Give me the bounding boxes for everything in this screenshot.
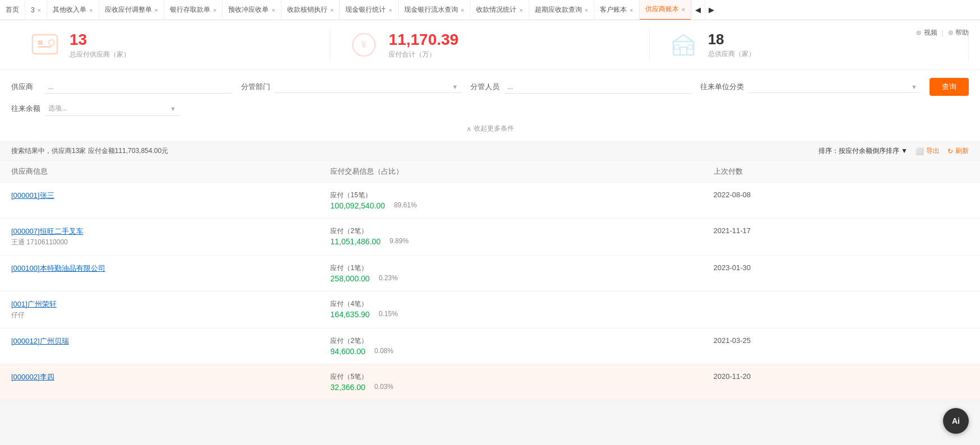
supplier-info: [000001]张三 — [11, 191, 330, 201]
filter-dept: 分管部门 ▼ — [241, 81, 462, 93]
supplier-input[interactable] — [45, 81, 232, 94]
total-suppliers-label: 总供应商（家） — [708, 49, 755, 59]
filter-category: 往来单位分类 ▼ — [700, 81, 921, 93]
tx-label: 应付（2笔） — [330, 336, 713, 346]
close-icon[interactable]: × — [519, 7, 523, 13]
payable-suppliers-label: 总应付供应商（家） — [70, 50, 130, 59]
close-icon[interactable]: × — [213, 7, 216, 13]
nav-tab-other-income[interactable]: 其他收入单 × — [47, 0, 99, 20]
supplier-link[interactable]: [000001] — [11, 191, 40, 200]
nav-tab-cash-bank-query[interactable]: 现金银行流水查询 × — [399, 0, 470, 20]
nav-tab-receivable-adjust[interactable]: 应收应付调整单 × — [99, 0, 164, 20]
summary-card-payable-suppliers: 13 总应付供应商（家） — [11, 28, 330, 62]
store-icon — [667, 28, 700, 62]
divider: | — [942, 29, 944, 37]
supplier-sub: 仔仔 — [11, 310, 330, 320]
close-icon[interactable]: × — [630, 7, 633, 13]
filter-person: 分管人员 — [470, 81, 691, 94]
top-navigation: 首页 3 × 其他收入单 × 应收应付调整单 × 银行存取款单 × 预收冲应收单… — [0, 0, 980, 20]
category-select[interactable]: ▼ — [748, 81, 921, 93]
col-header-lastpay: 上次付数 — [714, 166, 969, 177]
filter-row-1: 供应商 分管部门 ▼ 分管人员 往来单位分类 ▼ 查询 — [11, 78, 969, 96]
close-icon[interactable]: × — [155, 7, 158, 13]
result-actions: 排序：按应付余额倒序排序 ▼ ⬜ 导出 ↻ 刷新 — [819, 146, 969, 156]
supplier-link[interactable]: [000012]广州贝瑞 — [11, 337, 69, 345]
last-pay: 2023-01-30 — [714, 263, 969, 272]
tx-info: 164,635.90 0.15% — [330, 309, 713, 319]
close-icon[interactable]: × — [38, 7, 41, 13]
tx-amount: 11,051,486.00 — [330, 237, 381, 246]
tx-percent: 0.15% — [378, 310, 397, 319]
total-suppliers-number: 18 — [708, 31, 755, 48]
close-icon[interactable]: × — [89, 7, 93, 13]
tx-amount: 164,635.90 — [330, 310, 369, 319]
close-icon[interactable]: × — [682, 6, 685, 13]
svg-rect-8 — [674, 45, 679, 49]
chevron-down-icon: ▼ — [901, 147, 908, 155]
close-icon[interactable]: × — [271, 7, 275, 13]
transaction-info: 应付（1笔） 258,000.00 0.23% — [330, 263, 713, 283]
table-row: [000001]张三 应付（15笔） 100,092,540.00 89.61%… — [0, 183, 980, 219]
last-pay: 2020-11-20 — [714, 372, 969, 381]
transaction-info: 应付（15笔） 100,092,540.00 89.61% — [330, 191, 713, 210]
nav-tab-advance-receivable[interactable]: 预收冲应收单 × — [223, 0, 281, 20]
supplier-name: [000100]本特勤油品有限公司 — [11, 263, 330, 274]
chevron-down-icon: ▼ — [170, 105, 176, 112]
tx-label: 应付（4笔） — [330, 299, 713, 309]
supplier-link[interactable]: [000100]本特勤油品有限公司 — [11, 264, 105, 272]
summary-bar: 13 总应付供应商（家） ¥ 11,170.39 应付合计（万） — [0, 20, 980, 70]
supplier-link[interactable]: [001]广州荣轩 — [11, 300, 57, 308]
svg-point-3 — [49, 40, 54, 45]
close-icon[interactable]: × — [330, 7, 334, 13]
person-input[interactable] — [504, 81, 691, 94]
close-icon[interactable]: × — [461, 7, 464, 13]
nav-tab-customer-ledger[interactable]: 客户账本 × — [594, 0, 639, 20]
main-table: 供应商信息 应付交易信息（占比） 上次付数 [000001]张三 应付（15笔）… — [0, 161, 980, 400]
supplier-link[interactable]: [000007]恒旺二手叉车 — [11, 227, 84, 235]
sort-label[interactable]: 排序：按应付余额倒序排序 ▼ — [819, 146, 908, 156]
tx-amount: 258,000.00 — [330, 274, 369, 283]
balance-select[interactable]: 选项... ▼ — [45, 101, 179, 116]
refresh-button[interactable]: ↻ 刷新 — [947, 146, 969, 156]
tx-amount: 32,366.00 — [330, 383, 365, 392]
close-icon[interactable]: × — [585, 7, 588, 13]
last-pay-date: 2023-01-30 — [714, 263, 751, 272]
top-right-links: ⊙ 视频 | ⊙ 帮助 — [916, 28, 969, 38]
help-link[interactable]: ⊙ 帮助 — [948, 28, 969, 38]
svg-rect-2 — [38, 46, 52, 48]
supplier-info: [000100]本特勤油品有限公司 — [11, 263, 330, 274]
export-button[interactable]: ⬜ 导出 — [916, 146, 940, 156]
total-amount-number: 11,170.39 — [389, 30, 459, 49]
summary-text-payable: 13 总应付供应商（家） — [70, 30, 130, 60]
video-link[interactable]: ⊙ 视频 — [916, 28, 937, 38]
nav-tab-cash-bank-stat[interactable]: 现金银行统计 × — [340, 0, 398, 20]
last-pay: 2022-08-08 — [714, 191, 969, 199]
nav-tab-bank-deposit[interactable]: 银行存取款单 × — [164, 0, 223, 20]
nav-left-arrow[interactable]: ◀ — [691, 0, 705, 20]
dept-select[interactable]: ▼ — [275, 81, 462, 93]
query-button[interactable]: 查询 — [930, 78, 969, 96]
supplier-link[interactable]: [000002]李四 — [11, 373, 54, 381]
nav-right-arrow[interactable]: ▶ — [705, 0, 718, 20]
nav-tab-home[interactable]: 首页 — [0, 0, 25, 20]
supplier-info: [000012]广州贝瑞 — [11, 336, 330, 346]
total-amount-label: 应付合计（万） — [389, 50, 459, 59]
close-icon[interactable]: × — [389, 7, 392, 13]
transaction-info: 应付（4笔） 164,635.90 0.15% — [330, 299, 713, 319]
nav-tab-supplier-ledger[interactable]: 供应商账本 × — [640, 0, 691, 20]
last-pay: 2021-03-25 — [714, 336, 969, 345]
supplier-name: [001]广州荣轩 — [11, 299, 330, 309]
nav-tab-3[interactable]: 3 × — [25, 0, 47, 20]
nav-tab-receipt-stat[interactable]: 收款情况统计 × — [470, 0, 529, 20]
filter-supplier: 供应商 — [11, 81, 232, 94]
nav-tab-receipt-verification[interactable]: 收款核销执行 × — [281, 0, 340, 20]
dept-label: 分管部门 — [241, 82, 270, 92]
tx-amount: 100,092,540.00 — [330, 201, 385, 210]
summary-card-total-amount: ¥ 11,170.39 应付合计（万） — [330, 28, 649, 62]
collapse-button[interactable]: ∧ 收起更多条件 — [11, 122, 969, 136]
supplier-link[interactable]: 张三 — [40, 191, 54, 200]
tx-label: 应付（1笔） — [330, 263, 713, 273]
supplier-payable-icon — [28, 28, 62, 62]
last-pay-date: 2021-03-25 — [714, 336, 751, 345]
nav-tab-overdue-receivable[interactable]: 超期应收款查询 × — [529, 0, 594, 20]
